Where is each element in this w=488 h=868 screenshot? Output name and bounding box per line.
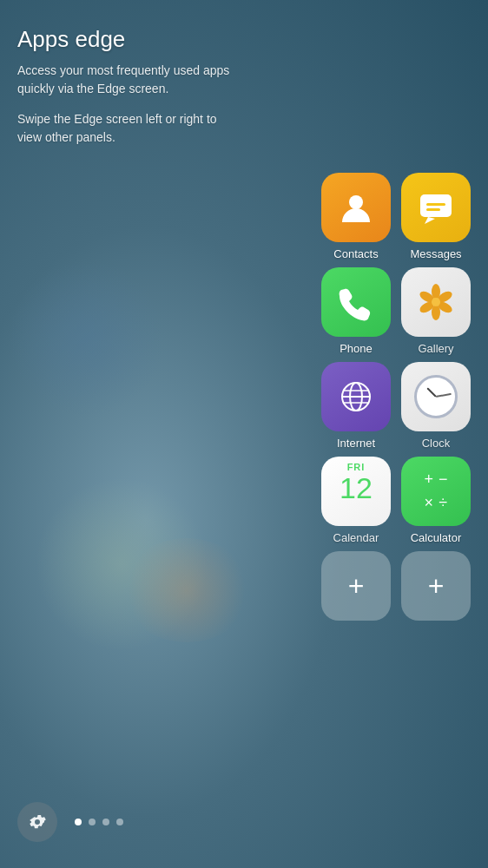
add-icon-bg-1: + [321, 551, 391, 621]
messages-icon-bg [401, 173, 471, 242]
calculator-label: Calculator [411, 531, 462, 544]
app-item-messages[interactable]: Messages [401, 173, 471, 260]
contacts-icon [336, 187, 376, 227]
contacts-icon-bg [321, 173, 391, 242]
header: Apps edge Access your most frequently us… [0, 26, 488, 164]
settings-button[interactable] [17, 802, 57, 842]
main-content: Apps edge Access your most frequently us… [0, 0, 488, 868]
calculator-icon-bg: + − × ÷ [401, 457, 471, 526]
messages-label: Messages [410, 247, 461, 260]
clock-face [414, 375, 458, 418]
dot-4 [116, 819, 123, 825]
add-plus-1: + [348, 572, 365, 600]
clock-icon-bg [401, 362, 471, 431]
svg-rect-3 [426, 208, 440, 211]
app-item-clock[interactable]: Clock [401, 362, 471, 450]
phone-icon [336, 282, 376, 322]
messages-icon [416, 187, 456, 227]
app-item-add-2[interactable]: + [401, 551, 471, 621]
calendar-icon-bg: FRI 12 [321, 457, 391, 526]
gallery-label: Gallery [418, 342, 453, 355]
app-row-1: Contacts Messages [321, 173, 471, 260]
app-row-4: FRI 12 Calendar + − × ÷ [321, 457, 471, 544]
app-item-phone[interactable]: Phone [321, 267, 391, 355]
add-icon-bg-2: + [401, 551, 471, 621]
app-row-5: + + [321, 551, 471, 621]
gallery-icon-bg [401, 267, 471, 337]
calc-minus: − [439, 470, 448, 489]
clock-label: Clock [422, 437, 451, 450]
calc-times: × [424, 494, 433, 512]
internet-icon [336, 377, 376, 417]
app-item-gallery[interactable]: Gallery [401, 267, 471, 355]
contacts-label: Contacts [333, 247, 378, 260]
add-plus-2: + [428, 572, 445, 600]
page-dots [75, 819, 123, 825]
app-item-add-1[interactable]: + [321, 551, 391, 621]
description-2: Swipe the Edge screen left or right to v… [17, 110, 243, 147]
calc-divide: ÷ [439, 494, 448, 512]
main-area: Contacts Messages [0, 164, 488, 793]
dot-2 [89, 819, 96, 825]
svg-rect-2 [426, 203, 445, 206]
gallery-icon [416, 282, 456, 322]
app-row-3: Internet Clock [321, 362, 471, 450]
dot-3 [102, 819, 109, 825]
bottom-bar [0, 793, 488, 851]
dot-1 [75, 819, 82, 825]
calendar-inner: FRI 12 [321, 457, 391, 526]
calendar-label: Calendar [333, 531, 379, 544]
calendar-day-num: 12 [340, 472, 373, 504]
app-item-contacts[interactable]: Contacts [321, 173, 391, 260]
apps-grid: Contacts Messages [321, 164, 488, 621]
app-item-calculator[interactable]: + − × ÷ Calculator [401, 457, 471, 544]
phone-icon-bg [321, 267, 391, 337]
calculator-grid: + − × ÷ [413, 460, 458, 523]
svg-point-10 [432, 298, 440, 306]
app-item-calendar[interactable]: FRI 12 Calendar [321, 457, 391, 544]
clock-minute-hand [436, 393, 452, 398]
svg-point-0 [349, 195, 363, 209]
internet-icon-bg [321, 362, 391, 431]
app-item-internet[interactable]: Internet [321, 362, 391, 450]
phone-label: Phone [340, 342, 373, 355]
settings-gear-icon [27, 812, 48, 832]
description-1: Access your most frequently used apps qu… [17, 62, 243, 98]
internet-label: Internet [337, 437, 375, 450]
app-row-2: Phone [321, 267, 471, 355]
calc-plus: + [424, 470, 433, 489]
page-title: Apps edge [17, 26, 471, 53]
